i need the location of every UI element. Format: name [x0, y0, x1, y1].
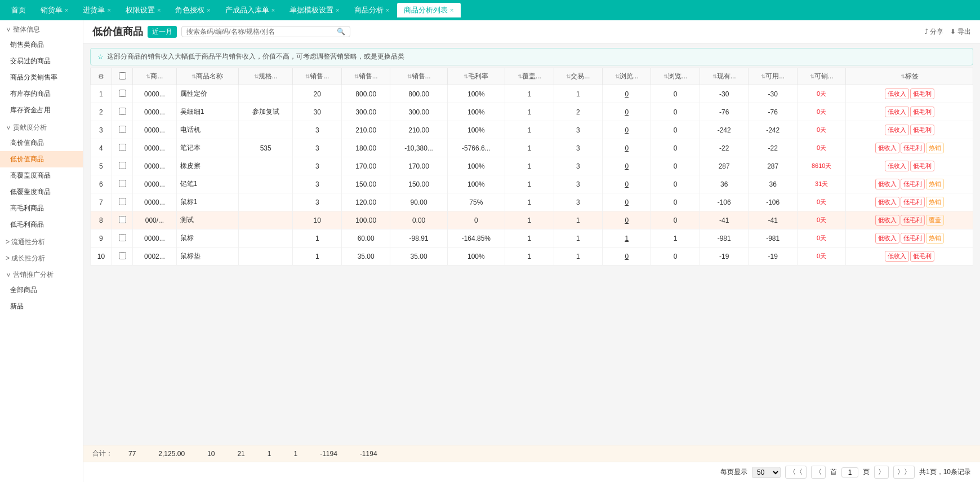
- sort-icon[interactable]: ⇅: [464, 73, 468, 79]
- sidebar-section-title[interactable]: ∨ 整体信息: [0, 20, 83, 37]
- search-input[interactable]: [186, 28, 337, 36]
- sidebar-item-商品分类销售率[interactable]: 商品分类销售率: [0, 69, 83, 86]
- share-button[interactable]: ⤴ 分享: [925, 27, 943, 37]
- col-header-checkbox[interactable]: [112, 68, 132, 85]
- row-browse1[interactable]: 0: [602, 85, 651, 103]
- sidebar-section-title[interactable]: > 流通性分析: [0, 233, 83, 249]
- col-header-tag[interactable]: ⇅标签: [846, 68, 973, 85]
- select-all-checkbox[interactable]: [119, 72, 126, 79]
- nav-close-icon[interactable]: ×: [336, 7, 339, 14]
- sort-icon[interactable]: ⇅: [663, 73, 668, 79]
- row-browse1[interactable]: 0: [602, 121, 651, 139]
- col-header-spec[interactable]: ⇅规格...: [238, 68, 293, 85]
- sidebar-item-高价值商品[interactable]: 高价值商品: [0, 135, 83, 151]
- col-header-settings[interactable]: ⚙: [91, 68, 112, 85]
- row-checkbox[interactable]: [112, 157, 132, 175]
- sidebar-item-低价值商品[interactable]: 低价值商品: [0, 151, 83, 167]
- sort-icon[interactable]: ⇅: [518, 73, 522, 79]
- row-checkbox[interactable]: [112, 85, 132, 103]
- row-checkbox[interactable]: [112, 193, 132, 211]
- nav-item-商品分析[interactable]: 商品分析×: [348, 3, 396, 17]
- page-number-input[interactable]: [841, 467, 858, 477]
- row-browse1[interactable]: 0: [602, 157, 651, 175]
- sort-icon[interactable]: ⇅: [712, 73, 717, 79]
- col-header-coverage[interactable]: ⇅覆盖...: [505, 68, 554, 85]
- per-page-select[interactable]: 50 100 200: [752, 467, 781, 478]
- sidebar-item-全部商品[interactable]: 全部商品: [0, 282, 83, 298]
- row-browse1[interactable]: 0: [602, 247, 651, 266]
- row-checkbox[interactable]: [112, 247, 132, 266]
- nav-close-icon[interactable]: ×: [107, 7, 110, 14]
- sort-icon[interactable]: ⇅: [191, 73, 196, 79]
- nav-item-单据模板设置[interactable]: 单据模板设置×: [283, 3, 346, 17]
- nav-item-角色授权[interactable]: 角色授权×: [168, 3, 217, 17]
- export-button[interactable]: ⬇ 导出: [950, 27, 971, 37]
- next-page-button[interactable]: 〉: [874, 466, 889, 479]
- nav-item-进货单[interactable]: 进货单×: [76, 3, 117, 17]
- sort-icon[interactable]: ⇅: [354, 73, 359, 79]
- row-browse1[interactable]: 0: [602, 139, 651, 157]
- sort-icon[interactable]: ⇅: [305, 73, 310, 79]
- nav-item-权限设置[interactable]: 权限设置×: [119, 3, 167, 17]
- row-browse1[interactable]: 0: [602, 103, 651, 121]
- nav-item-产成品入库单[interactable]: 产成品入库单×: [219, 3, 282, 17]
- last-page-button[interactable]: 〉〉: [893, 466, 915, 479]
- col-header-sales_avg[interactable]: ⇅销售...: [390, 68, 447, 85]
- nav-item-销货单[interactable]: 销货单×: [34, 3, 75, 17]
- sidebar-item-交易过的商品[interactable]: 交易过的商品: [0, 53, 83, 69]
- first-page-button[interactable]: 〈〈: [785, 466, 807, 479]
- nav-item-首页[interactable]: 首页: [5, 3, 33, 17]
- search-icon[interactable]: 🔍: [337, 28, 345, 36]
- col-header-name[interactable]: ⇅商品名称: [176, 68, 238, 85]
- sort-icon[interactable]: ⇅: [566, 73, 571, 79]
- row-browse1[interactable]: 0: [602, 175, 651, 193]
- row-checkbox[interactable]: [112, 211, 132, 229]
- col-header-saleable[interactable]: ⇅可销...: [797, 68, 845, 85]
- col-header-trade[interactable]: ⇅交易...: [554, 68, 602, 85]
- sort-icon[interactable]: ⇅: [254, 73, 259, 79]
- nav-close-icon[interactable]: ×: [271, 7, 275, 14]
- col-header-available[interactable]: ⇅可用...: [749, 68, 797, 85]
- sidebar-section-title[interactable]: ∨ 贡献度分析: [0, 118, 83, 135]
- col-header-sales_amt[interactable]: ⇅销售...: [341, 68, 390, 85]
- nav-item-商品分析列表[interactable]: 商品分析列表×: [397, 3, 460, 17]
- col-header-current[interactable]: ⇅现有...: [700, 68, 748, 85]
- col-header-code[interactable]: ⇅商...: [133, 68, 176, 85]
- sort-icon[interactable]: ⇅: [146, 73, 150, 79]
- sidebar-item-新品[interactable]: 新品: [0, 298, 83, 315]
- nav-close-icon[interactable]: ×: [157, 7, 161, 14]
- filter-recent-month-button[interactable]: 近一月: [148, 26, 177, 38]
- sort-icon[interactable]: ⇅: [407, 73, 412, 79]
- col-header-browse2[interactable]: ⇅浏览...: [651, 68, 700, 85]
- sort-icon[interactable]: ⇅: [810, 73, 814, 79]
- sidebar-section-title[interactable]: ∨ 营销推广分析: [0, 266, 83, 282]
- row-browse1[interactable]: 1: [602, 229, 651, 247]
- row-checkbox[interactable]: [112, 175, 132, 193]
- sidebar-item-低毛利商品[interactable]: 低毛利商品: [0, 216, 83, 233]
- settings-icon[interactable]: ⚙: [98, 73, 104, 81]
- nav-close-icon[interactable]: ×: [450, 7, 453, 14]
- prev-page-button[interactable]: 〈: [811, 466, 826, 479]
- row-browse1[interactable]: 0: [602, 211, 651, 229]
- col-header-browse1[interactable]: ⇅浏览...: [602, 68, 651, 85]
- sidebar-item-低覆盖度商品[interactable]: 低覆盖度商品: [0, 184, 83, 200]
- sort-icon[interactable]: ⇅: [761, 73, 765, 79]
- row-checkbox[interactable]: [112, 103, 132, 121]
- col-header-margin[interactable]: ⇅毛利率: [447, 68, 505, 85]
- row-checkbox[interactable]: [112, 229, 132, 247]
- row-checkbox[interactable]: [112, 139, 132, 157]
- sidebar-item-销售类商品[interactable]: 销售类商品: [0, 37, 83, 53]
- sidebar-section-title[interactable]: > 成长性分析: [0, 249, 83, 266]
- nav-close-icon[interactable]: ×: [386, 7, 389, 14]
- col-header-sales_qty[interactable]: ⇅销售...: [293, 68, 341, 85]
- nav-close-icon[interactable]: ×: [207, 7, 210, 14]
- row-checkbox[interactable]: [112, 121, 132, 139]
- sidebar-item-库存资金占用[interactable]: 库存资金占用: [0, 102, 83, 118]
- nav-close-icon[interactable]: ×: [65, 7, 68, 14]
- sort-icon[interactable]: ⇅: [615, 73, 620, 79]
- sidebar-item-有库存的商品[interactable]: 有库存的商品: [0, 86, 83, 102]
- sort-icon[interactable]: ⇅: [901, 73, 905, 79]
- sidebar-item-高毛利商品[interactable]: 高毛利商品: [0, 200, 83, 216]
- sidebar-item-高覆盖度商品[interactable]: 高覆盖度商品: [0, 167, 83, 184]
- row-browse1[interactable]: 0: [602, 193, 651, 211]
